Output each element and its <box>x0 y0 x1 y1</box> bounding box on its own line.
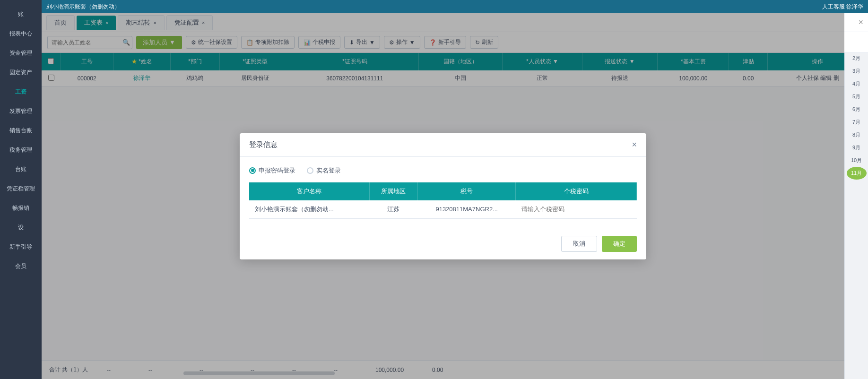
login-info-row: 刘小艳演示账套（勿删勿动... 江苏 91320811MA7NGR2... <box>249 200 637 219</box>
col-tax-pwd: 个税密码 <box>516 182 637 200</box>
calendar-month-11[interactable]: 11月 <box>847 167 867 180</box>
dialog-body: 申报密码登录 实名登录 客户名称 所属地区 税号 个税密码 <box>240 157 646 228</box>
radio-realname-btn[interactable] <box>307 167 313 174</box>
sidebar-item-ledger[interactable]: 台账 <box>0 160 42 179</box>
sidebar-item-invoice-mgmt[interactable]: 发票管理 <box>0 102 42 121</box>
company-name: 刘小艳演示账套（勿删勿动） <box>46 3 120 11</box>
col-region: 所属地区 <box>369 182 418 200</box>
modal-overlay: 登录信息 × 申报密码登录 实名登录 客户名称 <box>42 13 844 379</box>
sidebar-item-settings[interactable]: 设 <box>0 218 42 237</box>
sidebar-item-guide[interactable]: 新手引导 <box>0 237 42 257</box>
tax-no-cell: 91320811MA7NGR2... <box>418 200 516 219</box>
radio-password-login[interactable]: 申报密码登录 <box>249 166 295 175</box>
sidebar: 账 报表中心 资金管理 固定资产 工资 发票管理 销售台账 税务管理 台账 凭证… <box>0 0 42 379</box>
confirm-button[interactable]: 确定 <box>602 236 637 252</box>
sidebar-item-fund-mgmt[interactable]: 资金管理 <box>0 43 42 63</box>
dialog-footer: 取消 确定 <box>240 228 646 259</box>
calendar-month-2[interactable]: 2月 <box>847 52 867 65</box>
sidebar-item-member[interactable]: 会员 <box>0 257 42 276</box>
region-cell: 江苏 <box>369 200 418 219</box>
topbar: 刘小艳演示账套（勿删勿动） 人工客服 徐泽华 <box>42 0 868 13</box>
calendar-month-9[interactable]: 9月 <box>847 141 867 154</box>
client-name-cell: 刘小艳演示账套（勿删勿动... <box>249 200 369 219</box>
sidebar-item-sales-ledger[interactable]: 销售台账 <box>0 121 42 140</box>
calendar-month-6[interactable]: 6月 <box>847 103 867 116</box>
sidebar-item-account[interactable]: 账 <box>0 5 42 24</box>
tax-pwd-input[interactable] <box>521 206 631 213</box>
sidebar-item-expense[interactable]: 畅报销 <box>0 198 42 218</box>
col-client-name: 客户名称 <box>249 182 369 200</box>
dialog-title: 登录信息 <box>249 140 278 149</box>
dialog-header: 登录信息 × <box>240 133 646 157</box>
sidebar-item-fixed-assets[interactable]: 固定资产 <box>0 63 42 82</box>
calendar-month-5[interactable]: 5月 <box>847 90 867 103</box>
dialog-close-icon[interactable]: × <box>632 140 637 150</box>
sidebar-item-salary[interactable]: 工资 <box>0 82 42 102</box>
col-tax-no: 税号 <box>418 182 516 200</box>
login-dialog: 登录信息 × 申报密码登录 实名登录 客户名称 <box>240 133 646 259</box>
sidebar-item-tax-mgmt[interactable]: 税务管理 <box>0 140 42 160</box>
login-type-radio-group: 申报密码登录 实名登录 <box>249 166 637 175</box>
radio-realname-login[interactable]: 实名登录 <box>307 166 341 175</box>
login-info-table: 客户名称 所属地区 税号 个税密码 刘小艳演示账套（勿删勿动... 江苏 913… <box>249 182 637 219</box>
calendar-month-8[interactable]: 8月 <box>847 129 867 141</box>
radio-password-btn[interactable] <box>249 167 256 174</box>
calendar-month-7[interactable]: 7月 <box>847 116 867 129</box>
close-main-icon[interactable]: × <box>858 17 863 27</box>
right-calendar-panel: 2023.11 12月 1月 2月 3月 4月 5月 6月 7月 8月 9月 1… <box>844 13 868 379</box>
cancel-button[interactable]: 取消 <box>561 236 597 252</box>
calendar-month-10[interactable]: 10月 <box>847 154 867 167</box>
sidebar-item-report-center[interactable]: 报表中心 <box>0 24 42 43</box>
topbar-extra: 人工客服 徐泽华 <box>822 3 863 11</box>
sidebar-item-voucher-archive[interactable]: 凭证档管理 <box>0 179 42 198</box>
calendar-month-4[interactable]: 4月 <box>847 78 867 90</box>
tax-pwd-cell[interactable] <box>516 200 637 219</box>
calendar-month-3[interactable]: 3月 <box>847 65 867 78</box>
